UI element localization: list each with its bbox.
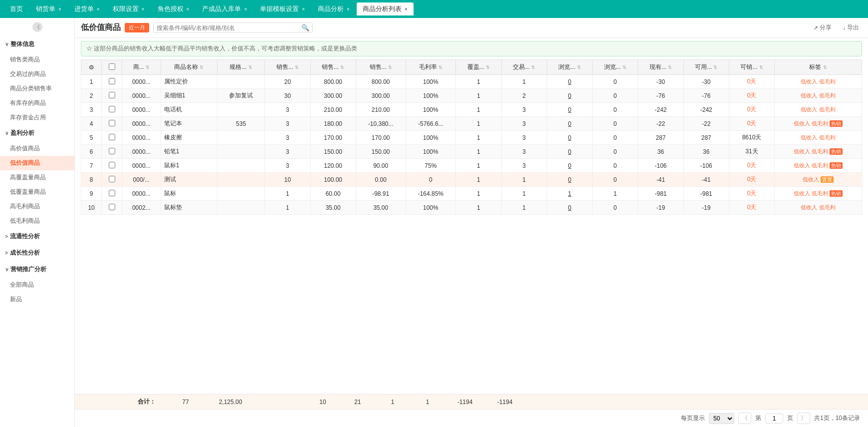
time-tag-btn[interactable]: 近一月 — [125, 23, 149, 32]
nav-permissions[interactable]: 权限设置 × — [107, 2, 151, 15]
nav-product-analysis-list[interactable]: 商品分析列表 × — [357, 2, 414, 15]
sidebar-item-stock-products[interactable]: 有库存的商品 — [0, 96, 74, 110]
row-checkbox[interactable] — [109, 78, 115, 84]
col-code[interactable]: 商... ⇅ — [122, 60, 161, 75]
cell-browse1[interactable]: 1 — [547, 187, 592, 201]
search-icon[interactable]: 🔍 — [301, 24, 309, 31]
col-saleable[interactable]: 可销... ⇅ — [729, 60, 774, 75]
sidebar-item-category-rate[interactable]: 商品分类销售率 — [0, 81, 74, 96]
nav-purchase[interactable]: 进货单 × — [68, 2, 106, 15]
row-checkbox[interactable] — [109, 176, 115, 182]
nav-product-entry[interactable]: 产成品入库单 × — [196, 2, 253, 15]
col-current-stock[interactable]: 现有... ⇅ — [638, 60, 683, 75]
cell-browse1[interactable]: 0 — [547, 117, 592, 131]
col-settings[interactable]: ⚙ — [81, 60, 102, 75]
col-transaction[interactable]: 交易... ⇅ — [501, 60, 547, 75]
cell-browse1[interactable]: 0 — [547, 159, 592, 173]
close-icon[interactable]: × — [97, 6, 100, 12]
col-browse1[interactable]: 浏览... ⇅ — [547, 60, 592, 75]
col-sales-qty[interactable]: 销售... ⇅ — [265, 60, 310, 75]
row-checkbox[interactable] — [109, 106, 115, 112]
browse1-link[interactable]: 0 — [568, 92, 572, 99]
cell-checkbox[interactable] — [102, 103, 122, 117]
nav-sales[interactable]: 销货单 × — [30, 2, 67, 15]
cell-checkbox[interactable] — [102, 145, 122, 159]
cell-checkbox[interactable] — [102, 159, 122, 173]
row-checkbox[interactable] — [109, 190, 115, 196]
col-sales-amount[interactable]: 销售... ⇅ — [356, 60, 406, 75]
col-browse2[interactable]: 浏览... ⇅ — [593, 60, 638, 75]
col-coverage[interactable]: 覆盖... ⇅ — [456, 60, 501, 75]
prev-page-btn[interactable]: 〈 — [738, 413, 751, 424]
close-icon[interactable]: × — [405, 6, 408, 12]
sidebar-item-all-products[interactable]: 全部商品 — [0, 278, 74, 292]
select-all-checkbox[interactable] — [109, 63, 115, 70]
close-icon[interactable]: × — [244, 6, 247, 12]
row-checkbox[interactable] — [109, 162, 115, 168]
next-page-btn[interactable]: 〉 — [797, 413, 810, 424]
per-page-select[interactable]: 50 100 200 — [709, 413, 734, 424]
cell-checkbox[interactable] — [102, 75, 122, 89]
sidebar-item-sales-products[interactable]: 销售类商品 — [0, 52, 74, 67]
sidebar-group-profit[interactable]: ∨ 盈利分析 — [0, 125, 74, 141]
browse1-link[interactable]: 0 — [568, 134, 572, 141]
browse1-link[interactable]: 1 — [568, 190, 572, 197]
nav-home[interactable]: 首页 — [4, 2, 29, 15]
row-checkbox[interactable] — [109, 92, 115, 98]
browse1-link[interactable]: 0 — [568, 120, 572, 127]
cell-browse1[interactable]: 0 — [547, 173, 592, 187]
export-btn[interactable]: ↓ 导出 — [840, 22, 862, 33]
cell-browse1[interactable]: 0 — [547, 131, 592, 145]
sidebar-item-low-margin[interactable]: 低毛利商品 — [0, 214, 74, 228]
browse1-link[interactable]: 0 — [568, 162, 572, 169]
cell-browse1[interactable]: 0 — [547, 145, 592, 159]
close-icon[interactable]: × — [142, 6, 145, 12]
sidebar-item-low-coverage[interactable]: 低覆盖量商品 — [0, 185, 74, 199]
close-icon[interactable]: × — [58, 6, 61, 12]
row-checkbox[interactable] — [109, 204, 115, 210]
cell-checkbox[interactable] — [102, 187, 122, 201]
sidebar-group-growth[interactable]: > 成长性分析 — [0, 245, 74, 261]
cell-checkbox[interactable] — [102, 131, 122, 145]
col-tag[interactable]: 标签 ⇅ — [775, 60, 862, 75]
sidebar-item-low-value[interactable]: 低价值商品 — [0, 156, 74, 170]
browse1-link[interactable]: 0 — [568, 176, 572, 183]
cell-checkbox[interactable] — [102, 173, 122, 187]
cell-checkbox[interactable] — [102, 117, 122, 131]
sidebar-item-high-margin[interactable]: 高毛利商品 — [0, 199, 74, 214]
sidebar-item-new-products[interactable]: 新品 — [0, 292, 74, 307]
cell-checkbox[interactable] — [102, 89, 122, 103]
col-gross-margin[interactable]: 毛利率 ⇅ — [406, 60, 456, 75]
cell-browse1[interactable]: 0 — [547, 75, 592, 89]
row-checkbox[interactable] — [109, 120, 115, 126]
row-checkbox[interactable] — [109, 134, 115, 140]
col-checkbox[interactable] — [102, 60, 122, 75]
search-input[interactable] — [157, 24, 299, 31]
sidebar-group-circulation[interactable]: > 流通性分析 — [0, 228, 74, 245]
share-btn[interactable]: ↗ 分享 — [810, 22, 835, 33]
sidebar-group-overall[interactable]: ∨ 整体信息 — [0, 36, 74, 52]
cell-checkbox[interactable] — [102, 201, 122, 215]
cell-browse1[interactable]: 0 — [547, 89, 592, 103]
browse1-link[interactable]: 0 — [568, 204, 572, 211]
sidebar-item-high-coverage[interactable]: 高覆盖量商品 — [0, 170, 74, 185]
cell-browse1[interactable]: 0 — [547, 103, 592, 117]
col-sales-price[interactable]: 销售... ⇅ — [310, 60, 356, 75]
sidebar-collapse-btn[interactable]: 《 — [32, 22, 42, 32]
page-input[interactable] — [765, 414, 783, 424]
col-name[interactable]: 商品名称 ⇅ — [161, 60, 217, 75]
nav-template[interactable]: 单据模板设置 × — [254, 2, 311, 15]
col-spec[interactable]: 规格... ⇅ — [217, 60, 264, 75]
cell-browse1[interactable]: 0 — [547, 201, 592, 215]
nav-product-analysis[interactable]: 商品分析 × — [312, 2, 356, 15]
sidebar-group-marketing[interactable]: ∨ 营销推广分析 — [0, 261, 74, 278]
sidebar-item-traded-products[interactable]: 交易过的商品 — [0, 67, 74, 81]
close-icon[interactable]: × — [302, 6, 305, 12]
sidebar-item-high-value[interactable]: 高价值商品 — [0, 141, 74, 156]
row-checkbox[interactable] — [109, 148, 115, 154]
browse1-link[interactable]: 0 — [568, 78, 572, 85]
col-available[interactable]: 可用... ⇅ — [683, 60, 729, 75]
browse1-link[interactable]: 0 — [568, 106, 572, 113]
close-icon[interactable]: × — [187, 6, 190, 12]
close-icon[interactable]: × — [347, 6, 350, 12]
